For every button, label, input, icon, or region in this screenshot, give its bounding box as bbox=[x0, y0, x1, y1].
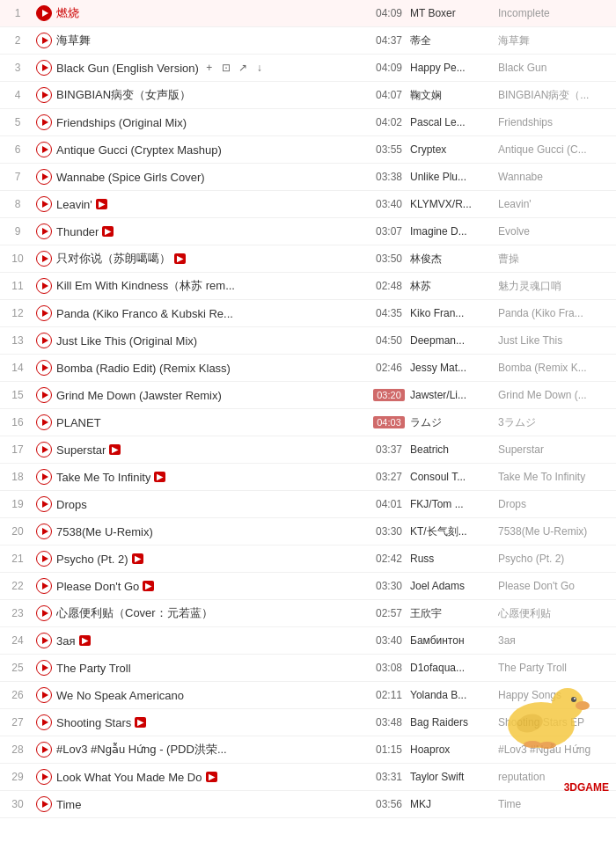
track-artist[interactable]: FKJ/Tom ... bbox=[410, 498, 498, 510]
play-button[interactable] bbox=[36, 442, 52, 458]
track-album[interactable]: Time bbox=[498, 798, 612, 810]
play-button[interactable] bbox=[36, 251, 52, 267]
track-album[interactable]: Happy Songs bbox=[498, 689, 612, 701]
play-button[interactable] bbox=[36, 169, 52, 185]
track-artist[interactable]: Taylor Swift bbox=[410, 771, 498, 783]
track-album[interactable]: 曹操 bbox=[498, 252, 612, 267]
track-title[interactable]: Superstar bbox=[56, 443, 106, 457]
track-album[interactable]: Panda (Kiko Fra... bbox=[498, 307, 612, 319]
play-button[interactable] bbox=[36, 5, 52, 21]
track-title[interactable]: Leavin' bbox=[56, 198, 92, 211]
play-button[interactable] bbox=[36, 333, 52, 348]
track-title[interactable]: BINGBIAN病变（女声版） bbox=[56, 87, 191, 103]
track-artist[interactable]: Deepman... bbox=[410, 334, 498, 347]
track-title[interactable]: PLANET bbox=[56, 416, 101, 429]
track-album[interactable]: BINGBIAN病变（... bbox=[498, 88, 612, 103]
track-album[interactable]: Incomplete bbox=[498, 7, 612, 19]
track-title[interactable]: Wannabe (Spice Girls Cover) bbox=[56, 171, 205, 184]
play-button[interactable] bbox=[36, 60, 52, 76]
track-album[interactable]: The Party Troll bbox=[498, 662, 612, 674]
track-artist[interactable]: KT/长气刻... bbox=[410, 524, 498, 539]
track-title[interactable]: Time bbox=[56, 798, 81, 811]
play-button[interactable] bbox=[36, 114, 52, 130]
track-album[interactable]: Wannabe bbox=[498, 171, 612, 183]
track-artist[interactable]: Бамбинтон bbox=[410, 634, 498, 647]
play-button[interactable] bbox=[36, 414, 52, 430]
track-album[interactable]: Antique Gucci (C... bbox=[498, 143, 612, 156]
track-artist[interactable]: MT Boxer bbox=[410, 7, 498, 19]
track-album[interactable]: Evolve bbox=[498, 225, 612, 238]
track-title[interactable]: Panda (Kiko Franco & Kubski Re... bbox=[56, 307, 233, 320]
track-title[interactable]: Please Don't Go bbox=[56, 580, 139, 593]
play-button[interactable] bbox=[36, 687, 52, 703]
track-artist[interactable]: 王欣宇 bbox=[410, 606, 498, 621]
play-button[interactable] bbox=[36, 469, 52, 485]
track-artist[interactable]: ラムジ bbox=[410, 415, 498, 430]
track-album[interactable]: 心愿便利贴 bbox=[498, 606, 612, 621]
track-album[interactable]: Bomba (Remix K... bbox=[498, 362, 612, 374]
track-title[interactable]: The Party Troll bbox=[56, 662, 131, 675]
track-title[interactable]: Grind Me Down (Jawster Remix) bbox=[56, 389, 222, 402]
track-artist[interactable]: 林苏 bbox=[410, 279, 498, 294]
track-artist[interactable]: Jessy Mat... bbox=[410, 362, 498, 374]
track-album[interactable]: #Lov3 #Ngẫu Hứng bbox=[498, 743, 612, 756]
track-artist[interactable]: KLYMVX/R... bbox=[410, 198, 498, 210]
track-artist[interactable]: Imagine D... bbox=[410, 225, 498, 238]
track-album[interactable]: 海草舞 bbox=[498, 33, 612, 48]
track-title[interactable]: Shooting Stars bbox=[56, 716, 131, 729]
track-artist[interactable]: Kiko Fran... bbox=[410, 307, 498, 319]
track-title[interactable]: Antique Gucci (Cryptex Mashup) bbox=[56, 143, 222, 157]
play-button[interactable] bbox=[36, 769, 52, 785]
play-button[interactable] bbox=[36, 278, 52, 294]
track-title[interactable]: 心愿便利贴（Cover：元若蓝） bbox=[56, 605, 213, 621]
track-artist[interactable]: D1ofaqua... bbox=[410, 662, 498, 674]
track-artist[interactable]: Hoaprox bbox=[410, 743, 498, 756]
track-artist[interactable]: Russ bbox=[410, 553, 498, 565]
track-title[interactable]: Just Like This (Original Mix) bbox=[56, 334, 197, 348]
track-album[interactable]: Leavin' bbox=[498, 198, 612, 210]
track-artist[interactable]: Unlike Plu... bbox=[410, 171, 498, 183]
play-button[interactable] bbox=[36, 605, 52, 621]
track-artist[interactable]: Jawster/Li... bbox=[410, 389, 498, 401]
track-artist[interactable]: Bag Raiders bbox=[410, 716, 498, 729]
track-title[interactable]: Psycho (Pt. 2) bbox=[56, 553, 128, 566]
folder-icon[interactable]: ⊡ bbox=[219, 61, 233, 75]
play-button[interactable] bbox=[36, 633, 52, 648]
track-album[interactable]: Just Like This bbox=[498, 334, 612, 347]
play-button[interactable] bbox=[36, 387, 52, 403]
track-album[interactable]: Please Don't Go bbox=[498, 580, 612, 592]
track-artist[interactable]: Pascal Le... bbox=[410, 116, 498, 128]
track-title[interactable]: 燃烧 bbox=[56, 5, 79, 21]
play-button[interactable] bbox=[36, 714, 52, 730]
track-album[interactable]: Friendships bbox=[498, 116, 612, 128]
track-title[interactable]: We No Speak Americano bbox=[56, 689, 184, 702]
track-album[interactable]: Psycho (Pt. 2) bbox=[498, 553, 612, 565]
play-button[interactable] bbox=[36, 660, 52, 676]
track-album[interactable]: 7538(Me U-Remix) bbox=[498, 525, 612, 538]
track-artist[interactable]: 蒂全 bbox=[410, 33, 498, 48]
track-title[interactable]: Drops bbox=[56, 498, 87, 511]
track-title[interactable]: Thunder bbox=[56, 225, 99, 238]
play-button[interactable] bbox=[36, 360, 52, 376]
track-artist[interactable]: Joel Adams bbox=[410, 580, 498, 592]
play-button[interactable] bbox=[36, 796, 52, 812]
download-icon[interactable]: ↓ bbox=[253, 61, 267, 75]
track-title[interactable]: 海草舞 bbox=[56, 33, 91, 48]
play-button[interactable] bbox=[36, 305, 52, 321]
track-title[interactable]: Bomba (Radio Edit) (Remix Klass) bbox=[56, 362, 231, 375]
track-artist[interactable]: Yolanda B... bbox=[410, 689, 498, 701]
track-artist[interactable]: Beatrich bbox=[410, 443, 498, 456]
track-title[interactable]: 7538(Me U-Remix) bbox=[56, 525, 153, 538]
track-artist[interactable]: MKJ bbox=[410, 798, 498, 810]
track-artist[interactable]: Happy Pe... bbox=[410, 62, 498, 74]
play-button[interactable] bbox=[36, 223, 52, 239]
play-button[interactable] bbox=[36, 33, 52, 48]
track-album[interactable]: 3ая bbox=[498, 634, 612, 647]
track-album[interactable]: 魅力灵魂口哨 bbox=[498, 279, 612, 294]
track-artist[interactable]: 鞠文娴 bbox=[410, 88, 498, 103]
track-title[interactable]: 3ая bbox=[56, 634, 76, 648]
track-title[interactable]: Kill Em With Kindness（林苏 rem... bbox=[56, 278, 235, 294]
track-album[interactable]: Drops bbox=[498, 498, 612, 510]
track-album[interactable]: Grind Me Down (... bbox=[498, 389, 612, 401]
track-album[interactable]: Superstar bbox=[498, 443, 612, 456]
